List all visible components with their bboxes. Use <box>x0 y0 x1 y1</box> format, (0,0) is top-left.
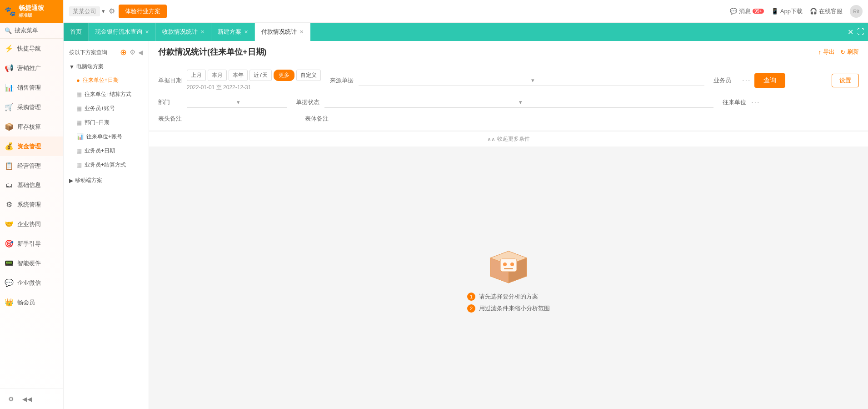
sidebar-item-label: 采购管理 <box>17 103 41 111</box>
table-body-input[interactable] <box>334 113 859 124</box>
table-header-input[interactable] <box>187 113 296 124</box>
sidebar-item-label: 营销推广 <box>17 64 41 72</box>
source-select[interactable]: ▾ <box>359 75 704 86</box>
wechat-icon: 💬 <box>5 278 14 287</box>
tab-new-plan-close[interactable]: ✕ <box>244 29 248 35</box>
sidebar-item-guide[interactable]: 🎯 新手引导 <box>0 234 63 253</box>
export-label: 导出 <box>823 48 835 56</box>
schema-item-partner-settle[interactable]: ▦ 往来单位+结算方式 <box>64 87 149 101</box>
sidebar-item-operations[interactable]: 📋 经营管理 <box>0 156 63 176</box>
table-header-filter-group: 表头备注 <box>158 113 296 124</box>
trial-button[interactable]: 体验行业方案 <box>119 5 167 18</box>
group-mobile-label: 移动端方案 <box>75 177 102 184</box>
message-button[interactable]: 💬 消息 99+ <box>730 7 764 15</box>
date-filter-group: 单据日期 上月 本月 本年 近7天 更多 自定义 2022-01-01 至 20… <box>158 70 321 91</box>
query-button[interactable]: 查询 <box>754 73 785 88</box>
export-button[interactable]: ↑ 导出 <box>818 48 835 56</box>
company-selector[interactable]: 某某公司 ▾ <box>69 6 105 16</box>
doc-status-arrow: ▾ <box>519 99 710 106</box>
sidebar-item-basic[interactable]: 🗂 基础信息 <box>0 176 63 195</box>
filter-area: 单据日期 上月 本月 本年 近7天 更多 自定义 2022-01-01 至 20… <box>149 63 868 131</box>
doc-status-label: 单据状态 <box>296 98 321 106</box>
panel-collapse-icon[interactable]: ◀ <box>138 49 143 56</box>
doc-status-select[interactable]: ▾ <box>324 97 713 108</box>
online-service-button[interactable]: 🎧 在线客服 <box>810 7 843 15</box>
tab-payment-stat[interactable]: 付款情况统计 ✕ <box>255 23 310 41</box>
sidebar-item-inventory[interactable]: 📦 库存核算 <box>0 117 63 136</box>
date-last-7days[interactable]: 近7天 <box>249 70 272 81</box>
collapse-bar[interactable]: ∧∧ 收起更多条件 <box>149 131 868 146</box>
left-panel: 按以下方案查询 ⊕ ⚙ ◀ ▼ 电脑端方案 ● 往来单位+日期 ▦ <box>64 41 149 409</box>
filter-row-1: 单据日期 上月 本月 本年 近7天 更多 自定义 2022-01-01 至 20… <box>158 70 859 91</box>
sidebar-item-label: 企业微信 <box>17 279 41 287</box>
refresh-button[interactable]: ↻ 刷新 <box>840 48 859 56</box>
tab-fullscreen-icon[interactable]: ⛶ <box>857 28 864 36</box>
enterprise-icon: 🤝 <box>5 220 14 228</box>
footer-settings-button[interactable]: ⚙ <box>5 393 17 405</box>
sidebar-item-purchase[interactable]: 🛒 采购管理 <box>0 97 63 117</box>
sidebar-item-marketing[interactable]: 📢 营销推广 <box>0 58 63 78</box>
date-more[interactable]: 更多 <box>274 70 294 81</box>
sidebar-item-label: 智能硬件 <box>17 259 41 268</box>
schema-item-partner-account[interactable]: 📊 往来单位+账号 <box>64 130 149 144</box>
date-this-year[interactable]: 本年 <box>229 70 248 81</box>
staff-settle-icon: ▦ <box>76 162 82 168</box>
tab-receipt[interactable]: 收款情况统计 ✕ <box>156 23 211 41</box>
tab-home[interactable]: 首页 <box>64 23 89 41</box>
logo-main: 畅捷通彼 <box>19 4 44 12</box>
sidebar-item-wechat[interactable]: 💬 企业微信 <box>0 273 63 293</box>
sidebar-item-vip[interactable]: 👑 畅会员 <box>0 293 63 312</box>
schema-item-staff-settle[interactable]: ▦ 业务员+结算方式 <box>64 158 149 172</box>
sidebar-item-enterprise[interactable]: 🤝 企业协同 <box>0 214 63 234</box>
source-label: 来源单据 <box>330 76 355 85</box>
sidebar-item-label: 资金管理 <box>17 142 41 151</box>
partner-dots[interactable]: ··· <box>751 98 760 106</box>
sidebar-item-shortcut[interactable]: ⚡ 快捷导航 <box>0 39 63 58</box>
schema-item-partner-date[interactable]: ● 往来单位+日期 <box>64 73 149 87</box>
schema-group-mobile-header[interactable]: ▶ 移动端方案 <box>64 174 149 187</box>
tab-cash-flow[interactable]: 现金银行流水查询 ✕ <box>89 23 156 41</box>
sidebar-item-sales[interactable]: 📊 销售管理 <box>0 78 63 97</box>
settings-button[interactable]: 设置 <box>832 74 859 87</box>
mobile-group-expand-icon: ▶ <box>69 177 73 184</box>
svg-rect-4 <box>500 259 517 272</box>
add-plan-button[interactable]: ⊕ <box>120 47 127 57</box>
tab-receipt-close[interactable]: ✕ <box>200 29 205 35</box>
plan-settings-icon[interactable]: ⚙ <box>130 48 135 56</box>
tab-payment-stat-close[interactable]: ✕ <box>299 29 304 35</box>
inventory-icon: 📦 <box>5 122 14 131</box>
main-container: 某某公司 ▾ ⚙ 体验行业方案 💬 消息 99+ 📱 App下载 🎧 在线客服 … <box>64 0 868 409</box>
dept-select[interactable]: ▾ <box>187 97 287 108</box>
tab-close-all-icon[interactable]: ✕ <box>848 28 853 36</box>
sidebar-item-hardware[interactable]: 📟 智能硬件 <box>0 253 63 273</box>
schema-group-desktop-header[interactable]: ▼ 电脑端方案 <box>64 60 149 73</box>
schema-item-dept-date[interactable]: ▦ 部门+日期 <box>64 116 149 130</box>
header-settings-icon[interactable]: ⚙ <box>109 7 115 15</box>
user-avatar[interactable]: Rit <box>850 5 863 18</box>
page-title: 付款情况统计(往来单位+日期) <box>158 46 267 57</box>
tab-cash-flow-close[interactable]: ✕ <box>145 29 149 35</box>
schema-item-staff-date[interactable]: ▦ 业务员+日期 <box>64 144 149 158</box>
date-this-month[interactable]: 本月 <box>208 70 227 81</box>
svg-point-5 <box>503 263 507 266</box>
svg-rect-7 <box>504 268 513 269</box>
app-download-button[interactable]: 📱 App下载 <box>771 7 803 15</box>
partner-settle-icon: ▦ <box>76 91 82 98</box>
guide-icon: 🎯 <box>5 239 14 248</box>
tab-cash-flow-label: 现金银行流水查询 <box>95 28 142 36</box>
sidebar-item-label: 企业协同 <box>17 220 41 228</box>
left-panel-title: 按以下方案查询 <box>69 49 107 56</box>
tab-new-plan[interactable]: 新建方案 ✕ <box>211 23 255 41</box>
partner-filter-group: 往来单位 ··· <box>723 98 859 106</box>
tab-receipt-label: 收款情况统计 <box>162 28 198 36</box>
schema-item-staff-account[interactable]: ▦ 业务员+账号 <box>64 101 149 116</box>
date-last-month[interactable]: 上月 <box>187 70 206 81</box>
sidebar-search[interactable]: 🔍 搜索菜单 <box>0 23 63 39</box>
service-icon: 🎧 <box>810 8 817 15</box>
sidebar-item-capital[interactable]: 💰 资金管理 <box>0 136 63 156</box>
footer-collapse-button[interactable]: ◀◀ <box>21 393 34 405</box>
sidebar-item-system[interactable]: ⚙ 系统管理 <box>0 195 63 214</box>
date-custom[interactable]: 自定义 <box>296 70 321 81</box>
business-dots[interactable]: ··· <box>742 76 751 85</box>
message-icon: 💬 <box>730 8 737 15</box>
